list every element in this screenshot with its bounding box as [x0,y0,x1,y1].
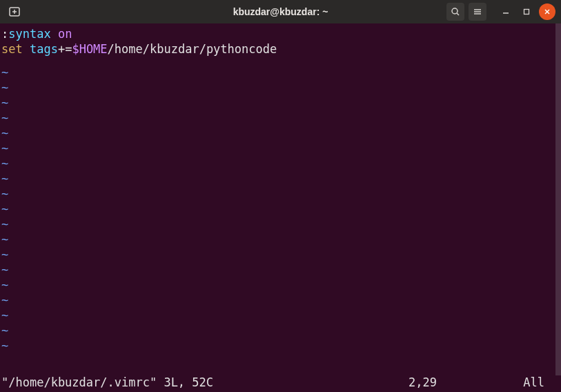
tilde-line: ~ [1,202,561,217]
tilde-line: ~ [1,156,561,171]
close-icon [544,8,551,15]
scrollbar[interactable] [555,23,561,375]
window-title: kbuzdar@kbuzdar: ~ [233,6,328,17]
tilde-line: ~ [1,95,561,110]
tilde-line: ~ [1,247,561,262]
keyword-tags: tags [30,42,58,56]
editor-area[interactable]: :syntax on set tags+=$HOME/home/kbuzdar/… [0,23,561,392]
env-var: $HOME [72,42,107,56]
close-button[interactable] [539,3,555,20]
maximize-button[interactable] [518,3,535,20]
maximize-icon [523,8,530,15]
tilde-line: ~ [1,262,561,277]
status-bar: "/home/kbuzdar/.vimrc" 3L, 52C 2,29 All [0,375,561,392]
tilde-line: ~ [1,65,561,80]
menu-button[interactable] [469,3,486,21]
tilde-line: ~ [1,323,561,338]
minimize-icon [502,8,509,15]
titlebar-left [6,4,25,19]
status-file-info: "/home/kbuzdar/.vimrc" 3L, 52C [1,375,213,390]
tilde-line: ~ [1,293,561,308]
code-line-1: :syntax on [1,26,561,41]
tilde-line: ~ [1,308,561,323]
empty-lines: ~ ~ ~ ~ ~ ~ ~ ~ ~ ~ ~ ~ ~ ~ ~ ~ ~ ~ ~ [1,65,561,353]
titlebar-right [446,3,555,21]
new-tab-icon [9,6,21,17]
keyword-on: on [58,27,72,41]
tilde-line: ~ [1,141,561,156]
tilde-line: ~ [1,110,561,126]
titlebar: kbuzdar@kbuzdar: ~ [0,0,561,23]
new-tab-button[interactable] [6,4,25,19]
status-cursor-position: 2,29 [409,375,437,390]
tilde-line: ~ [1,126,561,141]
tilde-line: ~ [1,186,561,202]
tilde-line: ~ [1,80,561,95]
svg-line-4 [457,13,459,15]
path-text: /home/kbuzdar/pythoncode [108,42,277,56]
tilde-line: ~ [1,277,561,293]
hamburger-icon [473,7,482,17]
tilde-line: ~ [1,217,561,232]
search-button[interactable] [446,3,464,21]
tilde-line: ~ [1,338,561,353]
svg-rect-9 [524,10,529,14]
code-line-2: set tags+=$HOME/home/kbuzdar/pythoncode [1,41,561,57]
keyword-set: set [1,42,23,56]
search-icon [451,7,460,17]
colon: : [1,27,8,41]
svg-point-3 [452,8,457,14]
keyword-syntax: syntax [8,27,50,41]
tilde-line: ~ [1,171,561,186]
operator: += [58,42,72,56]
tilde-line: ~ [1,232,561,247]
status-view-percent: All [523,375,558,390]
minimize-button[interactable] [498,3,514,20]
